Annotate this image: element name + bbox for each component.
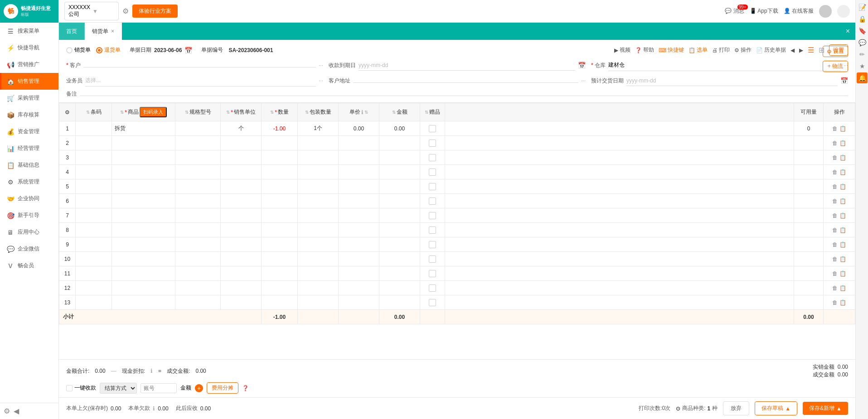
sidebar-item-wechat[interactable]: 💬 企业微信 xyxy=(0,241,58,257)
cell-gift[interactable] xyxy=(420,223,445,237)
copy-icon[interactable]: 📋 xyxy=(839,198,846,204)
cell-amount[interactable] xyxy=(379,165,420,179)
cell-barcode[interactable] xyxy=(76,208,112,223)
customer-address-input[interactable] xyxy=(353,79,578,83)
op-link[interactable]: ⚙ 操作 xyxy=(734,46,752,54)
cell-qty[interactable] xyxy=(262,237,298,252)
cell-goods[interactable] xyxy=(112,266,175,281)
gift-checkbox[interactable] xyxy=(429,226,436,234)
cell-pkgqty[interactable] xyxy=(298,150,339,165)
cell-amount[interactable] xyxy=(379,179,420,194)
cell-price[interactable] xyxy=(339,223,379,237)
cell-qty[interactable] xyxy=(262,252,298,266)
cell-unit[interactable] xyxy=(221,150,262,165)
copy-icon[interactable]: 📋 xyxy=(839,241,846,248)
gift-checkbox[interactable] xyxy=(429,212,436,219)
delete-icon[interactable]: 🗑 xyxy=(832,256,838,262)
tab-bar-close-icon[interactable]: × xyxy=(840,27,855,35)
cell-amount[interactable] xyxy=(379,295,420,310)
tab-close-icon[interactable]: × xyxy=(111,28,114,34)
right-panel-lock[interactable]: 🔒 xyxy=(857,14,868,24)
sidebar-item-quick-nav[interactable]: ⚡ 快捷导航 xyxy=(0,39,58,56)
sidebar-item-finance[interactable]: 💰 资金管理 xyxy=(0,123,58,140)
cell-price[interactable] xyxy=(339,252,379,266)
cell-barcode[interactable] xyxy=(76,136,112,150)
cell-barcode[interactable] xyxy=(76,179,112,194)
gift-checkbox[interactable] xyxy=(429,299,436,306)
delete-icon[interactable]: 🗑 xyxy=(832,270,838,277)
company-selector[interactable]: XXXXXX公司 ▼ xyxy=(64,2,119,20)
copy-icon[interactable]: 📋 xyxy=(839,154,846,161)
cell-price[interactable]: 0.00 xyxy=(339,121,379,136)
right-panel-pencil[interactable]: ✏ xyxy=(857,49,868,60)
cell-unit[interactable] xyxy=(221,208,262,223)
th-settings[interactable]: ⚙ xyxy=(59,103,76,121)
gift-checkbox[interactable] xyxy=(429,255,436,263)
cell-unit[interactable] xyxy=(221,266,262,281)
cell-unit[interactable] xyxy=(221,136,262,150)
cell-price[interactable] xyxy=(339,237,379,252)
wuliu-button[interactable]: + 物流 xyxy=(823,61,848,72)
right-panel-edit[interactable]: 📝 xyxy=(857,2,868,13)
right-panel-notification[interactable]: 🔔 xyxy=(857,72,868,83)
cell-spec[interactable] xyxy=(175,194,221,208)
setting-button2[interactable]: ⚙ 设置 xyxy=(823,46,848,57)
cell-barcode[interactable] xyxy=(76,121,112,136)
copy-icon[interactable]: 📋 xyxy=(839,256,846,262)
cell-amount[interactable] xyxy=(379,266,420,281)
cell-goods[interactable] xyxy=(112,179,175,194)
delete-icon[interactable]: 🗑 xyxy=(832,169,838,175)
customer-dots-icon[interactable]: ··· xyxy=(319,62,323,68)
gift-checkbox[interactable] xyxy=(429,197,436,205)
cell-spec[interactable] xyxy=(175,208,221,223)
cell-unit[interactable] xyxy=(221,281,262,295)
gear-icon[interactable]: ⚙ xyxy=(122,7,129,15)
payment-date-input[interactable]: yyyy-mm-dd xyxy=(359,60,575,71)
abandon-button[interactable]: 放弃 xyxy=(723,401,749,415)
cell-barcode[interactable] xyxy=(76,194,112,208)
sidebar-item-enterprise[interactable]: 🤝 企业协同 xyxy=(0,190,58,207)
delete-icon[interactable]: 🗑 xyxy=(832,183,838,190)
help-link[interactable]: ❓ 帮助 xyxy=(635,46,654,54)
cell-spec[interactable] xyxy=(175,136,221,150)
nav-next-icon[interactable]: ▶ xyxy=(799,47,803,53)
expense-button[interactable]: 费用分摊 xyxy=(207,382,238,394)
cell-spec[interactable] xyxy=(175,237,221,252)
cell-qty[interactable] xyxy=(262,295,298,310)
avatar2[interactable] xyxy=(837,5,850,18)
cell-qty[interactable] xyxy=(262,223,298,237)
cell-remark[interactable] xyxy=(445,223,794,237)
cell-goods[interactable] xyxy=(112,165,175,179)
cell-remark[interactable] xyxy=(445,281,794,295)
cell-remark[interactable] xyxy=(445,237,794,252)
copy-icon[interactable]: 📋 xyxy=(839,212,846,219)
select-link[interactable]: 📋 选单 xyxy=(689,46,708,54)
right-panel-bookmark[interactable]: 🔖 xyxy=(857,25,868,36)
cell-amount[interactable] xyxy=(379,223,420,237)
calendar-icon[interactable]: 📅 xyxy=(184,47,192,54)
cell-amount[interactable] xyxy=(379,150,420,165)
cell-barcode[interactable] xyxy=(76,150,112,165)
cell-spec[interactable] xyxy=(175,150,221,165)
avatar[interactable] xyxy=(819,5,832,18)
cell-price[interactable] xyxy=(339,165,379,179)
cell-gift[interactable] xyxy=(420,121,445,136)
cell-goods[interactable] xyxy=(112,237,175,252)
shortcut-link[interactable]: ⌨ 快捷键 xyxy=(659,46,684,54)
cell-amount[interactable] xyxy=(379,208,420,223)
cell-qty[interactable] xyxy=(262,136,298,150)
delete-icon[interactable]: 🗑 xyxy=(832,285,838,291)
cell-qty[interactable] xyxy=(262,266,298,281)
list-view-icon[interactable]: ☰ xyxy=(808,46,814,54)
cell-price[interactable] xyxy=(339,266,379,281)
cell-pkgqty[interactable] xyxy=(298,208,339,223)
delete-icon[interactable]: 🗑 xyxy=(832,198,838,204)
one-click-payment-checkbox[interactable]: 一键收款 xyxy=(66,384,96,392)
cell-goods[interactable] xyxy=(112,223,175,237)
tab-sales-order[interactable]: 销货单 × xyxy=(85,23,122,40)
cell-unit[interactable] xyxy=(221,295,262,310)
cell-gift[interactable] xyxy=(420,150,445,165)
cell-qty[interactable] xyxy=(262,165,298,179)
cell-gift[interactable] xyxy=(420,136,445,150)
cell-gift[interactable] xyxy=(420,194,445,208)
